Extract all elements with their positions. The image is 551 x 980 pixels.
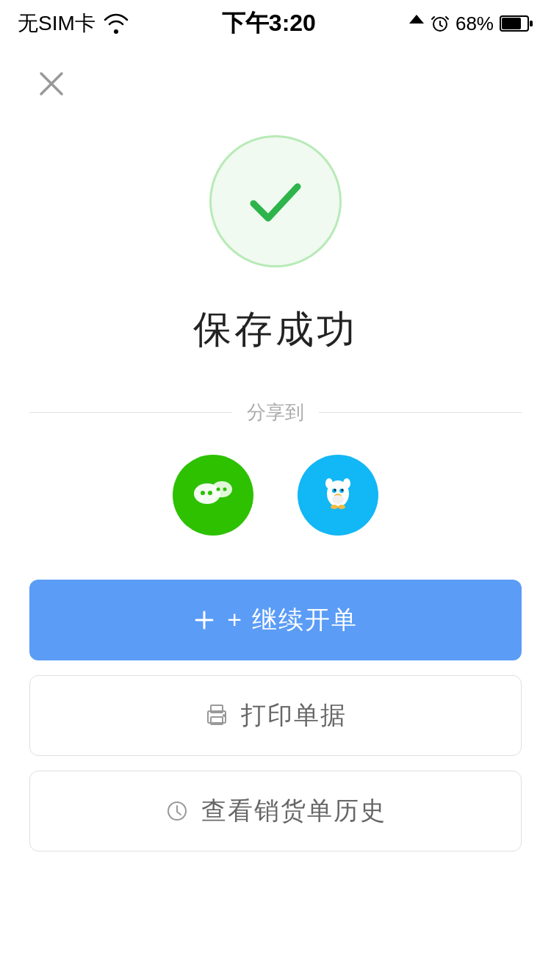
status-bar: 无SIM卡 下午3:20 68% bbox=[0, 0, 551, 47]
print-icon bbox=[204, 704, 229, 727]
share-icons bbox=[173, 455, 378, 536]
close-icon bbox=[37, 69, 66, 98]
share-divider: 分享到 bbox=[29, 400, 522, 425]
svg-rect-3 bbox=[530, 21, 533, 26]
carrier-label: 无SIM卡 bbox=[18, 10, 96, 37]
history-button[interactable]: 查看销货单历史 bbox=[29, 771, 522, 851]
svg-point-21 bbox=[331, 505, 338, 509]
svg-point-8 bbox=[201, 491, 205, 495]
close-button[interactable] bbox=[29, 62, 73, 106]
svg-rect-2 bbox=[502, 18, 521, 29]
divider-left bbox=[29, 412, 232, 413]
location-icon bbox=[408, 14, 425, 33]
plus-icon bbox=[193, 609, 215, 631]
main-content: 保存成功 分享到 bbox=[0, 47, 551, 881]
status-indicators: 68% bbox=[408, 12, 533, 35]
wechat-icon bbox=[188, 473, 238, 517]
svg-point-14 bbox=[343, 478, 350, 489]
alarm-icon bbox=[431, 14, 450, 33]
share-section: 分享到 bbox=[29, 400, 522, 536]
svg-point-20 bbox=[332, 495, 344, 504]
svg-point-17 bbox=[334, 489, 336, 491]
print-button[interactable]: 打印单据 bbox=[29, 675, 522, 756]
battery-percentage: 68% bbox=[455, 12, 494, 35]
success-title: 保存成功 bbox=[193, 304, 358, 356]
print-label: 打印单据 bbox=[241, 699, 347, 732]
success-icon-circle bbox=[209, 135, 342, 267]
continue-button[interactable]: + 继续开单 bbox=[29, 580, 522, 660]
close-button-row bbox=[29, 62, 522, 106]
share-label: 分享到 bbox=[247, 400, 304, 425]
history-icon bbox=[165, 799, 190, 824]
history-label: 查看销货单历史 bbox=[201, 794, 386, 828]
divider-right bbox=[319, 412, 522, 413]
status-time: 下午3:20 bbox=[222, 7, 316, 40]
svg-point-18 bbox=[342, 489, 344, 491]
svg-point-13 bbox=[325, 478, 333, 489]
svg-point-28 bbox=[223, 714, 226, 717]
share-qq-button[interactable] bbox=[298, 455, 378, 536]
qq-icon bbox=[314, 472, 361, 519]
status-carrier: 无SIM卡 bbox=[18, 10, 129, 37]
battery-icon bbox=[500, 15, 533, 32]
wifi-icon bbox=[103, 13, 129, 34]
check-icon bbox=[242, 168, 309, 234]
svg-point-11 bbox=[223, 488, 227, 491]
svg-point-22 bbox=[338, 505, 345, 509]
svg-point-10 bbox=[217, 488, 220, 491]
svg-point-9 bbox=[208, 491, 212, 495]
share-wechat-button[interactable] bbox=[173, 455, 253, 536]
continue-label: + 继续开单 bbox=[227, 603, 357, 637]
svg-point-7 bbox=[212, 481, 232, 497]
action-buttons: + 继续开单 打印单据 查看销货单历史 bbox=[29, 580, 522, 851]
